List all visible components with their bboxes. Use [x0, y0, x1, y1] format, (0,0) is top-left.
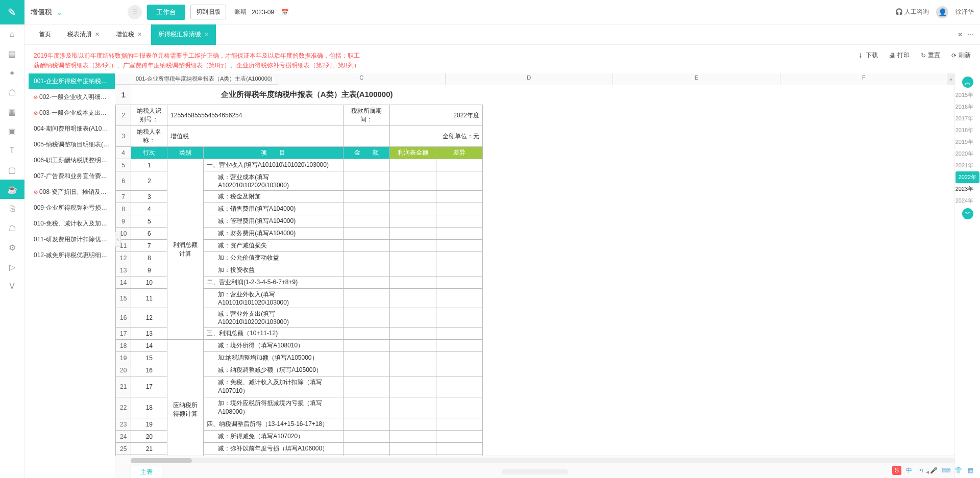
- cell-amount[interactable]: [389, 397, 436, 418]
- cell-amount[interactable]: [436, 431, 482, 443]
- cell-amount[interactable]: [389, 443, 436, 455]
- cell-item[interactable]: 加:纳税调整增加额（填写A105000）: [204, 352, 343, 364]
- user-avatar[interactable]: 👤: [936, 6, 948, 18]
- cell-seq[interactable]: 1: [131, 159, 167, 171]
- cell-amount[interactable]: [436, 397, 482, 418]
- form-item-7[interactable]: ⊘008-资产折旧、摊销及纳税...: [29, 184, 115, 200]
- period-value[interactable]: 2023-09: [252, 9, 274, 16]
- cell-amount[interactable]: [389, 203, 436, 215]
- nav-doc-icon[interactable]: ▤: [0, 44, 24, 63]
- year-item[interactable]: 2020年: [955, 148, 979, 160]
- cell-amount[interactable]: [389, 264, 436, 276]
- cell-amount[interactable]: [343, 289, 389, 308]
- year-item[interactable]: 2021年: [955, 160, 979, 171]
- cell-amount[interactable]: [389, 240, 436, 252]
- tab-1[interactable]: 税表清册✕: [60, 24, 107, 45]
- cell-amount[interactable]: [343, 203, 389, 215]
- download-button[interactable]: ⭳ 下载: [857, 51, 878, 60]
- cell-amount[interactable]: [389, 340, 436, 352]
- cell-item[interactable]: 减：所得减免（填写A107020）: [204, 431, 343, 443]
- reset-button[interactable]: ↻ 重置: [921, 51, 940, 60]
- cell-amount[interactable]: [436, 376, 482, 397]
- form-item-0[interactable]: 001-企业所得税年度纳税申...: [29, 73, 115, 89]
- nav-archive-icon[interactable]: ☖: [0, 218, 24, 238]
- cell-amount[interactable]: [343, 228, 389, 240]
- nav-settings-icon[interactable]: ⚙: [0, 238, 24, 257]
- ime-grid-icon[interactable]: ▦: [966, 466, 975, 475]
- collapse-sidebar-handle[interactable]: ‹: [115, 232, 121, 247]
- cell-amount[interactable]: [343, 171, 389, 191]
- cell-seq[interactable]: 8: [131, 252, 167, 264]
- nav-v-icon[interactable]: V: [0, 276, 24, 296]
- cell-amount[interactable]: [343, 240, 389, 252]
- cell-seq[interactable]: 18: [131, 397, 167, 418]
- cell-seq[interactable]: 20: [131, 431, 167, 443]
- cell-item[interactable]: 加：境外应税所得抵减境内亏损（填写A108000）: [204, 397, 343, 418]
- cell-item[interactable]: 加：公允价值变动收益: [204, 252, 343, 264]
- form-item-10[interactable]: 011-研发费用加计扣除优惠...: [29, 232, 115, 247]
- cell-amount[interactable]: [389, 276, 436, 289]
- cell-seq[interactable]: 6: [131, 228, 167, 240]
- cell-amount[interactable]: [436, 252, 482, 264]
- refresh-button[interactable]: ⟳ 刷新: [951, 51, 971, 60]
- cell-seq[interactable]: 2: [131, 171, 167, 191]
- cell-amount[interactable]: [389, 159, 436, 171]
- cell-seq[interactable]: 11: [131, 289, 167, 308]
- workspace-button[interactable]: 工作台: [147, 5, 185, 20]
- company-selector[interactable]: 增值税 ⌄: [31, 8, 122, 17]
- cell-amount[interactable]: [389, 191, 436, 203]
- form-item-6[interactable]: 007-广告费和业务宣传费跨...: [29, 168, 115, 184]
- sheet-scroll-area[interactable]: 1企业所得税年度纳税申报表（A类）主表(A100000) 2 纳税人识别号： 1…: [115, 85, 954, 456]
- cell-item[interactable]: 减：税金及附加: [204, 191, 343, 203]
- tab-0[interactable]: 首页: [32, 24, 58, 45]
- cell-seq[interactable]: 15: [131, 352, 167, 364]
- ime-keyboard-icon[interactable]: ⌨: [941, 466, 950, 475]
- nav-home-icon[interactable]: ⌂: [0, 24, 24, 44]
- cell-amount[interactable]: [389, 418, 436, 431]
- cell-seq[interactable]: 17: [131, 376, 167, 397]
- cell-amount[interactable]: [343, 159, 389, 171]
- cell-seq[interactable]: 4: [131, 203, 167, 215]
- nav-tax-icon[interactable]: ☕: [0, 180, 24, 199]
- cell-amount[interactable]: [389, 328, 436, 340]
- cell-seq[interactable]: 12: [131, 308, 167, 328]
- cell-seq[interactable]: 10: [131, 276, 167, 289]
- year-item[interactable]: 2019年: [955, 136, 979, 148]
- nav-calendar-icon[interactable]: ▢: [0, 160, 24, 180]
- form-item-3[interactable]: 004-期间费用明细表(A1040...: [29, 121, 115, 137]
- form-item-4[interactable]: 005-纳税调整项目明细表(A1...: [29, 137, 115, 153]
- tab-close-icon[interactable]: ✕: [95, 31, 100, 38]
- cell-amount[interactable]: [343, 376, 389, 397]
- cell-amount[interactable]: [343, 364, 389, 376]
- sheet-expand-icon[interactable]: »: [947, 73, 954, 85]
- bottom-slider[interactable]: [502, 469, 568, 474]
- ime-lang-icon[interactable]: 中: [904, 466, 914, 475]
- cell-item[interactable]: 二、营业利润(1-2-3-4-5-6-7+8+9): [204, 276, 343, 289]
- cell-amount[interactable]: [436, 171, 482, 191]
- cell-seq[interactable]: 13: [131, 328, 167, 340]
- year-item[interactable]: 2015年: [955, 89, 979, 101]
- nav-video-icon[interactable]: ▷: [0, 257, 24, 276]
- cell-amount[interactable]: [343, 443, 389, 455]
- cell-seq[interactable]: 21: [131, 443, 167, 455]
- tab-close-icon[interactable]: ✕: [204, 31, 209, 38]
- cell-amount[interactable]: [436, 289, 482, 308]
- cell-amount[interactable]: [343, 308, 389, 328]
- cell-amount[interactable]: [436, 340, 482, 352]
- cell-item[interactable]: 减：营业外支出(填写A102010\102020\103000): [204, 308, 343, 328]
- col-letter[interactable]: E: [612, 73, 780, 85]
- year-up-button[interactable]: ︽: [962, 77, 973, 88]
- cell-seq[interactable]: 7: [131, 240, 167, 252]
- cell-item[interactable]: 减：免税、减计收入及加计扣除（填写A107010）: [204, 376, 343, 397]
- cell-amount[interactable]: [389, 431, 436, 443]
- cell-seq[interactable]: 3: [131, 191, 167, 203]
- cell-amount[interactable]: [436, 328, 482, 340]
- tab-more-icon[interactable]: ⋯: [968, 31, 974, 38]
- cell-item[interactable]: 减：营业成本(填写A102010\102020\103000): [204, 171, 343, 191]
- nav-text-icon[interactable]: T: [0, 141, 24, 160]
- cell-item[interactable]: 加：投资收益: [204, 264, 343, 276]
- cell-seq[interactable]: 14: [131, 340, 167, 352]
- cell-seq[interactable]: 16: [131, 364, 167, 376]
- cell-amount[interactable]: [343, 252, 389, 264]
- form-item-1[interactable]: ⊘002-一般企业收入明细表(A1...: [29, 89, 115, 105]
